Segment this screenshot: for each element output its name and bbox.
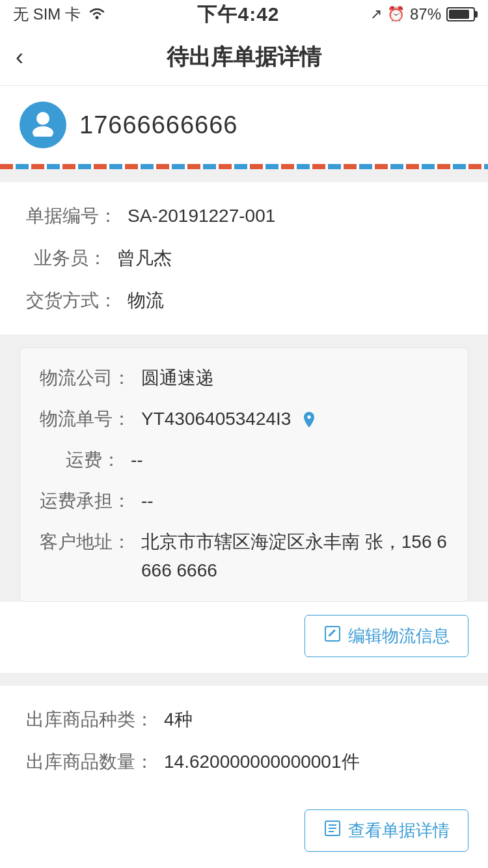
edit-logistics-label: 编辑物流信息 (348, 625, 450, 647)
document-number-label: 单据编号： (26, 202, 128, 231)
sales-person-label: 业务员： (26, 244, 117, 273)
alarm-icon: ⏰ (387, 6, 405, 23)
product-category-label: 出库商品种类： (26, 705, 164, 735)
view-detail-button[interactable]: 查看单据详情 (305, 809, 468, 852)
logistics-card: 物流公司： 圆通速递 物流单号： YT43064053424I3 运费： -- (20, 347, 468, 602)
dashed-divider (0, 164, 488, 169)
product-category-value: 4种 (164, 705, 462, 735)
edit-icon (323, 625, 342, 647)
back-icon: ‹ (16, 44, 23, 70)
list-icon (323, 819, 342, 842)
svg-point-0 (96, 16, 99, 20)
product-category-row: 出库商品种类： 4种 (26, 705, 462, 735)
logistics-company-value: 圆通速递 (141, 364, 448, 393)
product-quantity-value: 14.620000000000001件 (164, 748, 462, 777)
delivery-method-label: 交货方式： (26, 286, 128, 316)
edit-logistics-button[interactable]: 编辑物流信息 (305, 615, 468, 657)
product-section: 出库商品种类： 4种 出库商品数量： 14.620000000000001件 (0, 686, 488, 796)
edit-logistics-section: 编辑物流信息 (0, 602, 488, 673)
status-left: 无 SIM 卡 (13, 4, 107, 25)
section-separator-1 (0, 673, 488, 686)
order-info-section: 单据编号： SA-20191227-001 业务员： 曾凡杰 交货方式： 物流 (0, 182, 488, 334)
page: 无 SIM 卡 下午4:42 ↗ ⏰ 87% ‹ 待出库单据详情 (0, 0, 488, 868)
logistics-freight-row: 运费： -- (40, 446, 448, 475)
document-number-row: 单据编号： SA-20191227-001 (26, 202, 462, 231)
logistics-freight-label: 运费： (40, 446, 131, 475)
tracking-number-text: YT43064053424I3 (141, 405, 291, 434)
delivery-method-row: 交货方式： 物流 (26, 286, 462, 316)
logistics-freight-bearer-row: 运费承担： -- (40, 487, 448, 516)
logistics-tracking-row: 物流单号： YT43064053424I3 (40, 405, 448, 434)
logistics-freight-value: -- (131, 446, 448, 475)
logistics-tracking-value: YT43064053424I3 (141, 405, 448, 434)
svg-point-1 (36, 112, 49, 125)
battery-fill (449, 10, 469, 19)
content: 17666666666 单据编号： SA-20191227-001 业务员： 曾… (0, 86, 488, 868)
logistics-address-label: 客户地址： (40, 528, 141, 557)
product-quantity-row: 出库商品数量： 14.620000000000001件 (26, 748, 462, 777)
avatar-icon (29, 108, 57, 142)
logistics-company-row: 物流公司： 圆通速递 (40, 364, 448, 393)
location-icon: ↗ (370, 6, 382, 23)
logistics-company-label: 物流公司： (40, 364, 141, 393)
location-pin-icon[interactable] (299, 409, 319, 430)
logistics-address-value: 北京市市辖区海淀区永丰南 张，156 6666 6666 (141, 528, 448, 586)
status-time: 下午4:42 (197, 1, 279, 28)
document-number-value: SA-20191227-001 (128, 202, 462, 231)
page-title: 待出库单据详情 (167, 42, 321, 72)
logistics-freight-bearer-value: -- (141, 487, 448, 516)
logistics-freight-bearer-label: 运费承担： (40, 487, 141, 516)
nav-bar: ‹ 待出库单据详情 (0, 29, 488, 86)
sales-person-value: 曾凡杰 (117, 244, 462, 273)
product-quantity-label: 出库商品数量： (26, 748, 164, 777)
customer-phone: 17666666666 (79, 111, 237, 139)
logistics-tracking-label: 物流单号： (40, 405, 141, 434)
svg-point-2 (33, 126, 53, 137)
status-right: ↗ ⏰ 87% (370, 5, 475, 23)
view-detail-label: 查看单据详情 (348, 819, 450, 842)
customer-header: 17666666666 (0, 86, 488, 164)
wifi-icon (87, 5, 107, 23)
delivery-method-value: 物流 (128, 286, 462, 316)
sales-person-row: 业务员： 曾凡杰 (26, 244, 462, 273)
view-detail-section: 查看单据详情 (0, 796, 488, 868)
logistics-address-row: 客户地址： 北京市市辖区海淀区永丰南 张，156 6666 6666 (40, 528, 448, 586)
battery-icon (446, 7, 475, 21)
avatar (20, 102, 66, 148)
status-bar: 无 SIM 卡 下午4:42 ↗ ⏰ 87% (0, 0, 488, 29)
carrier-text: 无 SIM 卡 (13, 4, 81, 25)
battery-percent: 87% (410, 5, 441, 23)
back-button[interactable]: ‹ (16, 44, 23, 71)
